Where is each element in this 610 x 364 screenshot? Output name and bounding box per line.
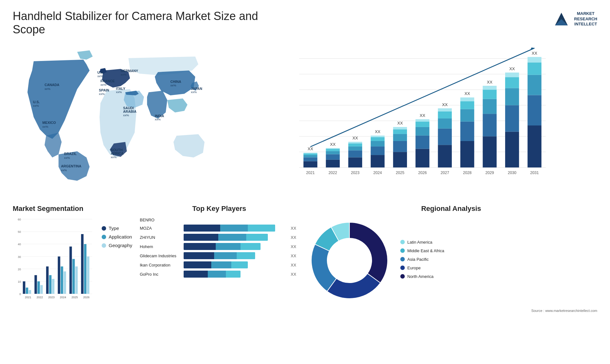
player-row: GoPro IncXX <box>140 271 299 278</box>
label-germany: GERMANY <box>121 69 138 73</box>
bar-chart-container: XX2021XX2022XX2023XX2024XX2025XX2026XX20… <box>245 46 597 182</box>
player-bar-wrap <box>184 243 286 250</box>
player-xx-label: XX <box>291 235 299 240</box>
player-xx-label: XX <box>291 253 299 258</box>
regional-dot <box>400 274 405 279</box>
svg-text:2021: 2021 <box>306 171 315 175</box>
player-bar-segment <box>218 234 246 241</box>
svg-text:2024: 2024 <box>60 296 66 299</box>
svg-text:xx%: xx% <box>100 83 106 86</box>
players-container: BENROMOZAXXZHIYUNXXHohemXXGlidecam Indus… <box>140 218 299 278</box>
svg-rect-125 <box>37 281 40 294</box>
svg-text:2026: 2026 <box>83 296 90 299</box>
player-row: Ikan CorporationXX <box>140 261 299 268</box>
svg-text:xx%: xx% <box>99 92 105 96</box>
svg-rect-122 <box>29 290 31 294</box>
svg-text:xx%: xx% <box>111 155 117 159</box>
svg-rect-133 <box>61 266 63 294</box>
svg-rect-84 <box>483 114 497 136</box>
svg-rect-58 <box>393 129 407 134</box>
svg-rect-126 <box>40 285 43 294</box>
svg-rect-37 <box>326 149 340 151</box>
svg-rect-99 <box>527 75 541 95</box>
svg-text:2025: 2025 <box>396 171 404 175</box>
svg-rect-29 <box>303 155 317 157</box>
player-bar-segment <box>184 252 214 259</box>
svg-rect-73 <box>438 108 452 111</box>
player-bar-wrap <box>184 234 286 241</box>
player-bar-wrap <box>184 225 286 232</box>
player-name: MOZA <box>140 226 181 231</box>
label-uk: U.K. <box>97 71 104 74</box>
seg-legend-item: Application <box>102 234 133 239</box>
svg-rect-56 <box>393 141 407 152</box>
svg-text:xx%: xx% <box>64 156 70 159</box>
legend-label: Type <box>109 226 119 231</box>
label-us: U.S. <box>33 100 40 104</box>
regional-legend-label: North America <box>407 274 433 279</box>
svg-rect-141 <box>84 244 86 294</box>
svg-text:30: 30 <box>18 255 21 259</box>
svg-rect-78 <box>460 109 474 122</box>
player-bar-segment <box>184 225 220 232</box>
segmentation-title: Market Segmentation <box>13 205 133 213</box>
regional-legend-item: Europe <box>400 266 597 270</box>
svg-rect-59 <box>393 127 407 129</box>
svg-text:XX: XX <box>532 51 538 56</box>
player-bar-wrap <box>184 261 286 268</box>
player-row: HohemXX <box>140 243 299 250</box>
svg-rect-132 <box>58 257 60 294</box>
regional-title: Regional Analysis <box>305 205 597 213</box>
svg-text:40: 40 <box>18 243 21 246</box>
svg-rect-44 <box>348 143 362 146</box>
svg-text:xx%: xx% <box>170 84 176 87</box>
svg-rect-85 <box>483 99 497 114</box>
svg-rect-43 <box>348 146 362 150</box>
regional-legend-label: Latin America <box>407 240 432 245</box>
player-xx-label: XX <box>291 226 299 231</box>
svg-text:2021: 2021 <box>25 296 31 299</box>
regional-dot <box>400 240 405 244</box>
svg-rect-86 <box>483 90 497 99</box>
svg-text:XX: XX <box>464 91 470 96</box>
svg-rect-90 <box>505 132 519 168</box>
svg-rect-66 <box>416 119 430 121</box>
bar-chart-section: XX2021XX2022XX2023XX2024XX2025XX2026XX20… <box>229 43 597 195</box>
top-section: CANADA xx% U.S. xx% MEXICO xx% BRAZIL xx… <box>13 43 597 195</box>
svg-text:10: 10 <box>18 280 21 283</box>
svg-text:XX: XX <box>352 136 358 140</box>
player-bar-segment <box>237 252 255 259</box>
legend-label: Application <box>109 234 132 239</box>
svg-rect-31 <box>303 153 317 153</box>
svg-rect-92 <box>505 88 519 105</box>
svg-rect-130 <box>52 279 55 294</box>
svg-text:2030: 2030 <box>508 171 516 175</box>
regional-legend-item: Asia Pacific <box>400 257 597 262</box>
player-bar-bg <box>184 271 241 278</box>
svg-text:20: 20 <box>18 268 21 271</box>
svg-rect-51 <box>371 137 385 141</box>
player-bar-segment <box>184 234 218 241</box>
label-india: INDIA <box>155 114 164 118</box>
svg-rect-30 <box>303 153 317 155</box>
svg-text:xx%: xx% <box>42 125 48 128</box>
svg-rect-101 <box>527 57 541 62</box>
svg-text:XX: XX <box>442 102 448 107</box>
legend-label: Geography <box>109 243 132 248</box>
player-row: BENRO <box>140 218 299 222</box>
svg-rect-100 <box>527 63 541 75</box>
svg-rect-140 <box>81 234 84 294</box>
svg-rect-65 <box>416 122 430 127</box>
svg-rect-42 <box>348 150 362 157</box>
svg-text:2024: 2024 <box>373 171 382 175</box>
player-name: GoPro Inc <box>140 272 181 277</box>
svg-rect-52 <box>371 136 385 137</box>
seg-svg-wrap: 0102030405060202120222023202420252026 <box>13 216 95 313</box>
pie-svg <box>305 216 394 305</box>
svg-text:2025: 2025 <box>71 296 78 299</box>
svg-text:2029: 2029 <box>485 171 494 175</box>
player-bar-bg <box>184 261 248 268</box>
player-name: Glidecam Industries <box>140 253 181 258</box>
label-france: FRANCE <box>100 79 115 83</box>
svg-text:0: 0 <box>19 293 21 296</box>
